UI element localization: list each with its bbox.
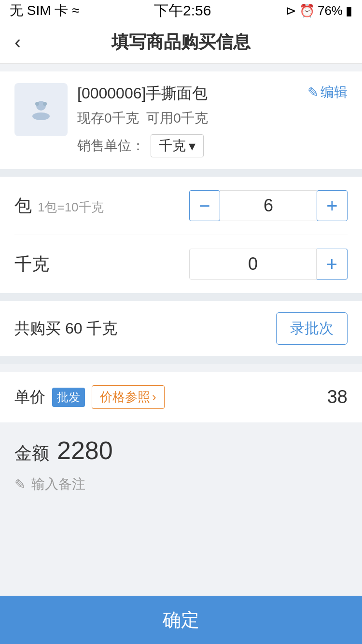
status-right: ⊳ ⏰ 76% ▮ [286,3,352,18]
remark-label: 输入备注 [31,475,85,493]
divider-3 [0,356,362,364]
alarm-icon: ⏰ [299,3,315,18]
edit-button[interactable]: ✎ 编辑 [307,83,348,101]
divider-1 [0,169,362,177]
batch-tag: 批发 [52,388,85,407]
edit-icon: ✎ [307,84,319,100]
chevron-right-icon: › [152,390,156,405]
package-plus-button[interactable]: + [317,190,348,221]
svg-point-3 [43,102,47,106]
nav-bar: ‹ 填写商品购买信息 [0,21,362,64]
status-left: 无 SIM 卡 ≈ [10,1,79,20]
price-ref-button[interactable]: 价格参照 › [92,385,165,409]
total-row: 共购买 60 千克 录批次 [0,301,362,356]
kilogram-qty-control: + [189,249,348,280]
chevron-down-icon: ▾ [189,138,195,154]
product-info: [0000006]手撕面包 ✎ 编辑 现存0千克 可用0千克 销售单位： 千克 … [77,83,348,157]
product-image-placeholder [27,95,56,124]
product-stock: 现存0千克 可用0千克 [77,109,348,127]
kilogram-row: 千克 + [14,235,348,293]
kilogram-label: 千克 [14,252,49,276]
amount-label: 金额 [14,442,49,465]
status-bar: 无 SIM 卡 ≈ 下午2:56 ⊳ ⏰ 76% ▮ [0,0,362,21]
sim-label: 无 SIM 卡 ≈ [10,1,79,20]
amount-row: 金额 2280 [14,436,348,465]
package-label-sub: 1包=10千克 [38,199,104,216]
svg-point-2 [35,102,39,106]
confirm-bar[interactable]: 确定 [0,596,362,644]
kilogram-plus-button[interactable]: + [317,249,348,280]
product-thumbnail [14,83,68,136]
unit-label: 销售单位： [77,137,145,155]
remark-row[interactable]: ✎ 输入备注 [14,475,348,503]
product-card: [0000006]手撕面包 ✎ 编辑 现存0千克 可用0千克 销售单位： 千克 … [0,71,362,169]
battery-icon: ▮ [346,3,352,18]
edit-label: 编辑 [320,83,348,101]
svg-point-1 [32,112,50,120]
package-label: 包 1包=10千克 [14,194,104,218]
status-time: 下午2:56 [154,1,211,21]
product-unit-row: 销售单位： 千克 ▾ [77,134,348,157]
price-left: 单价 批发 价格参照 › [14,385,165,409]
divider-2 [0,293,362,301]
back-button[interactable]: ‹ [14,31,21,53]
package-label-main: 包 [14,194,32,218]
package-section: 包 1包=10千克 − + 千克 + [0,177,362,293]
package-qty-input[interactable] [220,190,317,221]
price-row: 单价 批发 价格参照 › 38 [14,385,348,409]
package-minus-button[interactable]: − [189,190,220,221]
kilogram-label-main: 千克 [14,252,49,276]
price-ref-label: 价格参照 [100,389,150,406]
batch-button[interactable]: 录批次 [276,312,348,345]
price-section: 单价 批发 价格参照 › 38 [0,372,362,422]
kilogram-qty-input[interactable] [189,249,317,280]
unit-select[interactable]: 千克 ▾ [151,134,204,157]
price-value: 38 [327,387,348,407]
product-name-row: [0000006]手撕面包 ✎ 编辑 [77,83,348,104]
price-label: 单价 [14,387,45,408]
total-text: 共购买 60 千克 [14,318,117,339]
location-icon: ⊳ [286,3,296,18]
amount-value: 2280 [57,436,113,465]
confirm-text: 确定 [163,608,199,632]
product-name: [0000006]手撕面包 [77,83,208,104]
amount-section: 金额 2280 ✎ 输入备注 [0,422,362,503]
page-title: 填写商品购买信息 [111,30,251,54]
package-qty-control: − + [189,190,348,221]
package-row: 包 1包=10千克 − + [14,177,348,235]
battery-text: 76% [318,3,343,18]
remark-icon: ✎ [14,476,26,492]
